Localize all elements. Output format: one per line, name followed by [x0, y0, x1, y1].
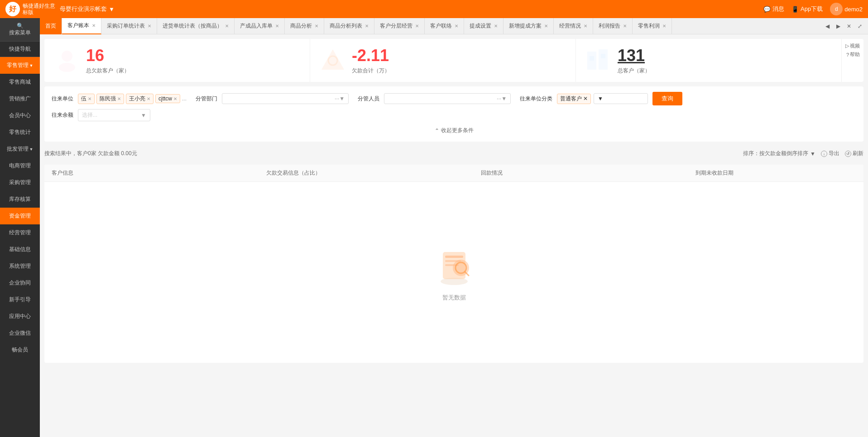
sidebar-item-purchase[interactable]: 采购管理: [0, 174, 40, 191]
sidebar-item-finance[interactable]: 资金管理: [0, 208, 40, 224]
sidebar-label-retail-stats: 零售统计: [9, 129, 31, 135]
sidebar: 🔍 搜索菜单 快捷导航 零售管理 ▼ 零售商城 营销推广 会员中心: [0, 18, 40, 437]
tab-ar[interactable]: 客户账本 ✕: [62, 18, 101, 34]
person-label: 分管人员: [358, 95, 379, 103]
tab-close-customer-contact[interactable]: ✕: [455, 24, 458, 28]
app-download-btn[interactable]: 📱 App下载: [791, 5, 823, 13]
person-select[interactable]: ··· ▼: [384, 93, 511, 104]
tab-product[interactable]: 产成品入库单 ✕: [235, 18, 285, 34]
tab-close-retail-profit[interactable]: ✕: [662, 24, 666, 28]
sidebar-item-system[interactable]: 系统管理: [0, 258, 40, 275]
sidebar-item-vip[interactable]: 畅会员: [0, 342, 40, 358]
tag-close-cjttcw[interactable]: ✕: [173, 96, 177, 101]
tab-goods[interactable]: 进货单统计表（按商品） ✕: [157, 18, 235, 34]
tab-close-po[interactable]: ✕: [148, 24, 151, 28]
classify-select[interactable]: ▼: [594, 93, 648, 104]
sidebar-item-wholesale[interactable]: 批发管理 ▼: [0, 141, 40, 157]
chevron-icon-2: ▼: [29, 147, 34, 152]
tab-goods-list[interactable]: 商品分析列表 ✕: [324, 18, 374, 34]
tab-close-customer-layer[interactable]: ✕: [415, 24, 419, 28]
tab-retail-profit[interactable]: 零售利润 ✕: [633, 18, 672, 34]
classify-tag-close[interactable]: ✕: [583, 95, 588, 102]
help-btn[interactable]: ? 帮助: [846, 51, 860, 58]
sidebar-item-guide[interactable]: 新手引导: [0, 291, 40, 308]
filter-tag-wang[interactable]: 王小亮 ✕: [126, 94, 153, 104]
sidebar-item-ecommerce[interactable]: 电商管理: [0, 157, 40, 174]
tag-close-wu[interactable]: ✕: [88, 96, 91, 101]
tag-close-chen[interactable]: ✕: [117, 96, 121, 101]
stat-label-amount: 欠款合计（万）: [352, 67, 390, 75]
collapse-btn[interactable]: ⌃ 收起更多条件: [435, 127, 474, 134]
stat-card-amount: -2.11 欠款合计（万）: [310, 39, 576, 82]
sidebar-item-retail-stats[interactable]: 零售统计: [0, 124, 40, 141]
tab-close-profit[interactable]: ✕: [623, 24, 627, 28]
sidebar-item-inventory[interactable]: 库存核算: [0, 191, 40, 208]
sidebar-label-wechat: 企业微信: [9, 330, 31, 336]
tab-close-commission[interactable]: ✕: [494, 24, 498, 28]
export-btn[interactable]: ↓ 导出: [821, 150, 839, 157]
sidebar-item-marketing[interactable]: 营销推广: [0, 90, 40, 107]
tab-close-new-commission[interactable]: ✕: [544, 24, 548, 28]
tab-po[interactable]: 采购订单统计表 ✕: [101, 18, 157, 34]
message-btn[interactable]: 💬 消息: [763, 5, 784, 13]
sidebar-quick-nav[interactable]: 快捷导航: [0, 42, 40, 57]
tab-new-commission[interactable]: 新增提成方案 ✕: [504, 18, 554, 34]
dept-arrow-icon: ▼: [339, 95, 345, 102]
unit-label: 往来单位: [52, 95, 73, 103]
sidebar-item-wechat[interactable]: 企业微信: [0, 325, 40, 342]
search-icon: 🔍: [17, 23, 24, 29]
sidebar-search[interactable]: 🔍 搜索菜单: [0, 18, 40, 42]
sidebar-item-app-center[interactable]: 应用中心: [0, 308, 40, 325]
user-menu[interactable]: d demo2: [830, 3, 863, 15]
tab-close-all[interactable]: ✕: [844, 22, 854, 31]
tab-scroll-left[interactable]: ◀: [823, 22, 832, 31]
tab-close-product[interactable]: ✕: [275, 24, 279, 28]
empty-icon: [432, 243, 477, 288]
tab-close-goods-analysis[interactable]: ✕: [315, 24, 318, 28]
tab-bar-controls: ◀ ▶ ✕ ⤢: [819, 22, 868, 31]
video-btn[interactable]: ▷ 视频: [845, 43, 860, 49]
stat-value-amount: -2.11: [352, 46, 390, 65]
tab-close-operation[interactable]: ✕: [584, 24, 587, 28]
classify-tag-normal[interactable]: 普通客户 ✕: [557, 94, 591, 104]
sidebar-label-marketing: 营销推广: [9, 95, 31, 102]
sidebar-item-basic[interactable]: 基础信息: [0, 241, 40, 258]
svg-point-1: [59, 63, 75, 72]
tab-commission[interactable]: 提成设置 ✕: [464, 18, 504, 34]
sort-select[interactable]: 排序：按欠款金额倒序排序 ▼: [743, 150, 815, 157]
sidebar-label-retail: 零售管理: [7, 62, 29, 69]
data-table: 客户信息 欠款交易信息（占比） 回款情况 到期未收款日期: [44, 165, 863, 363]
query-button[interactable]: 查询: [652, 92, 682, 105]
tab-profit[interactable]: 利润报告 ✕: [593, 18, 633, 34]
video-icon: ▷: [845, 43, 849, 49]
tab-expand[interactable]: ⤢: [855, 22, 864, 31]
filter-tag-chen[interactable]: 陈民强 ✕: [96, 94, 124, 104]
filter-more-btn[interactable]: ...: [182, 95, 187, 102]
tab-customer-layer[interactable]: 客户分层经营 ✕: [374, 18, 425, 34]
balance-select[interactable]: 选择... ▼: [78, 109, 150, 121]
logo-text: 畅捷通好生意 标版: [23, 3, 55, 16]
dept-select[interactable]: ··· ▼: [222, 93, 349, 104]
tab-scroll-right[interactable]: ▶: [834, 22, 843, 31]
tab-close-goods-list[interactable]: ✕: [365, 24, 369, 28]
filter-tag-wu[interactable]: 伍 ✕: [78, 94, 95, 104]
sidebar-item-member[interactable]: 会员中心: [0, 107, 40, 124]
tab-customer-contact[interactable]: 客户联络 ✕: [425, 18, 464, 34]
refresh-btn[interactable]: ↺ 刷新: [845, 150, 863, 157]
filter-tag-cjttcw[interactable]: cjttcw ✕: [155, 94, 180, 103]
tab-close-ar[interactable]: ✕: [92, 23, 96, 28]
tab-operation[interactable]: 经营情况 ✕: [554, 18, 593, 34]
tab-home[interactable]: 首页: [40, 18, 62, 34]
sidebar-item-operations[interactable]: 经营管理: [0, 224, 40, 241]
sidebar-item-retail[interactable]: 零售管理 ▼: [0, 57, 40, 74]
sidebar-label-member: 会员中心: [9, 112, 31, 119]
sidebar-item-collab[interactable]: 企业协同: [0, 275, 40, 291]
tag-close-wang[interactable]: ✕: [147, 96, 150, 101]
store-selector[interactable]: 母婴行业演示帐套 ▼: [60, 5, 115, 13]
tab-close-goods[interactable]: ✕: [225, 24, 229, 28]
sidebar-item-retail-mall[interactable]: 零售商城: [0, 74, 40, 90]
tab-goods-analysis[interactable]: 商品分析 ✕: [285, 18, 324, 34]
sidebar-label-finance: 资金管理: [9, 213, 31, 219]
store-name: 母婴行业演示帐套: [60, 5, 107, 13]
sidebar-label-collab: 企业协同: [9, 280, 31, 286]
